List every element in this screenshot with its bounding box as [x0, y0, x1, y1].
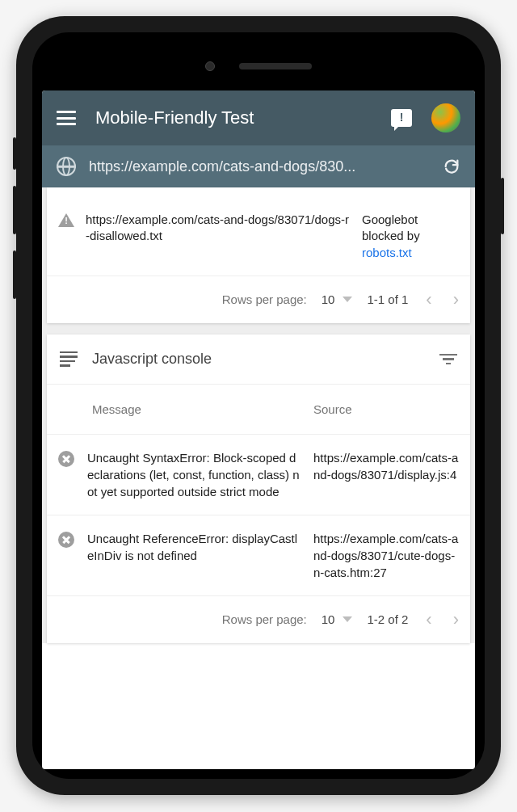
rows-per-page-select[interactable]: 10 — [322, 292, 353, 306]
resource-row: https://example.com/cats-and-dogs/83071/… — [47, 197, 470, 276]
console-title: Javascript console — [92, 351, 425, 368]
filter-icon[interactable] — [439, 354, 457, 365]
phone-side-button — [501, 178, 504, 234]
console-pagination: Rows per page: 10 1-2 of 2 ‹ › — [47, 596, 470, 643]
phone-side-button — [13, 250, 16, 299]
column-header-message: Message — [92, 402, 297, 416]
prev-page-button[interactable]: ‹ — [422, 289, 435, 310]
phone-speaker — [239, 63, 312, 69]
app-header: Mobile-Friendly Test ! — [42, 90, 475, 145]
phone-camera-dot — [205, 61, 215, 71]
next-page-button[interactable]: › — [450, 289, 462, 310]
phone-side-button — [13, 186, 16, 234]
page-title: Mobile-Friendly Test — [95, 107, 372, 128]
console-list-icon — [60, 351, 78, 367]
rows-per-page-label: Rows per page: — [222, 612, 307, 626]
error-icon — [58, 532, 74, 548]
prev-page-button[interactable]: ‹ — [422, 609, 435, 630]
console-row: Uncaught ReferenceError: displayCastleIn… — [47, 515, 470, 596]
warning-icon — [58, 213, 74, 227]
console-source: https://example.com/cats-and-dogs/83071/… — [313, 530, 459, 581]
url-input[interactable]: https://example.com/cats-and-dogs/830... — [89, 158, 430, 175]
console-source: https://example.com/cats-and-dogs/83071/… — [313, 449, 459, 483]
column-header-source: Source — [313, 402, 459, 416]
page-range: 1-2 of 2 — [367, 612, 408, 626]
phone-frame: Mobile-Friendly Test ! https://example.c… — [16, 16, 501, 795]
rows-per-page-label: Rows per page: — [222, 292, 307, 306]
console-table-header: Message Source — [47, 385, 470, 435]
phone-side-button — [13, 137, 16, 170]
console-row: Uncaught SyntaxError: Block-scoped decla… — [47, 435, 470, 515]
robots-txt-link[interactable]: robots.txt — [362, 246, 412, 259]
rows-per-page-select[interactable]: 10 — [322, 612, 353, 626]
resource-reason: Googlebot blocked by robots.txt — [362, 212, 459, 261]
next-page-button[interactable]: › — [450, 609, 462, 630]
chevron-down-icon — [343, 297, 352, 302]
chevron-down-icon — [343, 616, 352, 622]
resource-url: https://example.com/cats-and-dogs/83071/… — [86, 212, 351, 245]
menu-icon[interactable] — [57, 111, 76, 125]
feedback-icon[interactable]: ! — [391, 109, 412, 127]
globe-icon — [57, 157, 76, 176]
url-bar: https://example.com/cats-and-dogs/830... — [42, 145, 475, 187]
console-header: Javascript console — [47, 334, 470, 385]
phone-speaker-area — [42, 42, 475, 90]
console-message: Uncaught SyntaxError: Block-scoped decla… — [87, 449, 301, 500]
resources-pagination: Rows per page: 10 1-1 of 1 ‹ › — [47, 276, 470, 323]
page-range: 1-1 of 1 — [367, 292, 408, 306]
reload-icon[interactable] — [443, 158, 460, 175]
error-icon — [58, 451, 74, 467]
console-message: Uncaught ReferenceError: displayCastleIn… — [87, 530, 301, 564]
console-card: Javascript console Message Source Uncaug… — [47, 334, 470, 643]
app-screen: Mobile-Friendly Test ! https://example.c… — [42, 90, 475, 769]
avatar[interactable] — [431, 103, 460, 133]
resources-card: https://example.com/cats-and-dogs/83071/… — [47, 187, 470, 323]
